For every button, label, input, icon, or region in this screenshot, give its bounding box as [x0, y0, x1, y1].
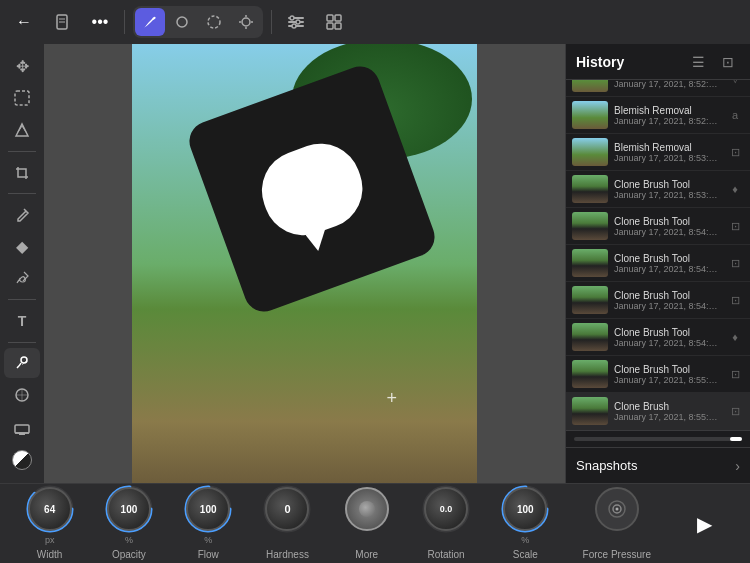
- history-item[interactable]: Clone Brush ToolJanuary 17, 2021, 8:54:1…: [566, 208, 750, 245]
- width-unit: px: [45, 535, 55, 545]
- width-control[interactable]: 64 px Width: [28, 487, 72, 560]
- history-item-date: January 17, 2021, 8:52:58...: [614, 80, 720, 89]
- progress-fill: [730, 437, 742, 441]
- tool-separator3: [8, 299, 36, 300]
- history-item[interactable]: Clone Brush ToolJanuary 17, 2021, 8:54:2…: [566, 245, 750, 282]
- history-item-date: January 17, 2021, 8:54:24...: [614, 264, 720, 274]
- history-item-info: Clone Brush ToolJanuary 17, 2021, 8:54:1…: [614, 216, 720, 237]
- history-item-date: January 17, 2021, 8:52:59...: [614, 116, 720, 126]
- history-item-info: Clone Brush ToolJanuary 17, 2021, 8:55:2…: [614, 364, 720, 385]
- history-item-info: Clone Brush ToolJanuary 17, 2021, 8:54:3…: [614, 327, 720, 348]
- force-unit: [616, 535, 619, 545]
- history-thumbnail: [572, 175, 608, 203]
- hardness-control[interactable]: 0 Hardness: [265, 487, 309, 560]
- history-item-icon: a: [726, 106, 744, 124]
- play-button[interactable]: ▶: [686, 506, 722, 542]
- clone-button[interactable]: [231, 8, 261, 36]
- history-item-icon: ⊡: [726, 143, 744, 161]
- svg-rect-18: [335, 15, 341, 21]
- tool-separator2: [8, 193, 36, 194]
- history-item[interactable]: Blemish RemovalJanuary 17, 2021, 8:52:59…: [566, 97, 750, 134]
- history-item-name: Blemish Removal: [614, 105, 720, 116]
- flow-knob[interactable]: 100: [186, 487, 230, 531]
- history-item[interactable]: Clone Brush ToolJanuary 17, 2021, 8:53:1…: [566, 171, 750, 208]
- snapshots-section[interactable]: Snapshots ›: [566, 447, 750, 483]
- clone-stamp-tool[interactable]: [4, 348, 40, 378]
- rotation-knob[interactable]: 0.0: [424, 487, 468, 531]
- type-tool[interactable]: T: [4, 306, 40, 336]
- paint-tool[interactable]: ◆: [4, 232, 40, 262]
- history-item-date: January 17, 2021, 8:54:27...: [614, 301, 720, 311]
- fill-tool[interactable]: [4, 264, 40, 294]
- history-item-info: Clone Brush ToolJanuary 17, 2021, 8:54:2…: [614, 253, 720, 274]
- history-list-icon[interactable]: ☰: [686, 50, 710, 74]
- more-knob[interactable]: [345, 487, 389, 531]
- adjustments-button[interactable]: [280, 6, 312, 38]
- history-item-date: January 17, 2021, 8:55:26...: [614, 412, 720, 422]
- svg-point-5: [208, 16, 220, 28]
- scale-label: Scale: [513, 549, 538, 560]
- scale-control[interactable]: 100 % Scale: [503, 487, 547, 560]
- force-pressure-button[interactable]: [595, 487, 639, 531]
- history-item-icon: ⊡: [726, 217, 744, 235]
- scale-unit: %: [521, 535, 529, 545]
- flow-control[interactable]: 100 % Flow: [186, 487, 230, 560]
- history-item[interactable]: Blemish RemovalJanuary 17, 2021, 8:52:58…: [566, 80, 750, 97]
- history-list: Blemish RemovalJanuary 17, 2021, 8:52:57…: [566, 80, 750, 430]
- force-pressure-control[interactable]: Force Pressure: [583, 487, 651, 560]
- settings-tool[interactable]: [4, 414, 40, 444]
- more-button[interactable]: •••: [84, 6, 116, 38]
- canvas-image: +: [132, 44, 477, 483]
- svg-rect-20: [335, 23, 341, 29]
- crop-tool[interactable]: [4, 158, 40, 188]
- svg-rect-21: [15, 91, 29, 105]
- more-control[interactable]: More: [345, 487, 389, 560]
- rotation-control[interactable]: 0.0 Rotation: [424, 487, 468, 560]
- flow-label: Flow: [198, 549, 219, 560]
- history-title: History: [576, 54, 680, 70]
- canvas-area[interactable]: +: [44, 44, 565, 483]
- rotation-label: Rotation: [427, 549, 464, 560]
- top-toolbar: ← •••: [0, 0, 750, 44]
- opacity-knob[interactable]: 100: [107, 487, 151, 531]
- history-item-icon: ⊡: [726, 402, 744, 420]
- color-swatch-tool[interactable]: [4, 445, 40, 475]
- history-item-date: January 17, 2021, 8:55:21 AM: [614, 375, 720, 385]
- history-item-icon: ♦: [726, 328, 744, 346]
- history-item[interactable]: Clone BrushJanuary 17, 2021, 8:55:26...⊡: [566, 393, 750, 430]
- crosshair: +: [386, 388, 397, 409]
- history-item[interactable]: Clone Brush ToolJanuary 17, 2021, 8:54:2…: [566, 282, 750, 319]
- svg-rect-19: [327, 23, 333, 29]
- history-item-info: Clone Brush ToolJanuary 17, 2021, 8:54:2…: [614, 290, 720, 311]
- svg-rect-17: [327, 15, 333, 21]
- actions-button[interactable]: [318, 6, 350, 38]
- history-item-info: Clone Brush ToolJanuary 17, 2021, 8:53:1…: [614, 179, 720, 200]
- smudge-button[interactable]: [167, 8, 197, 36]
- history-item-icon: ⊡: [726, 254, 744, 272]
- file-button[interactable]: [46, 6, 78, 38]
- svg-point-15: [296, 20, 300, 24]
- flow-unit: %: [204, 535, 212, 545]
- history-panel: History ☰ ⊡ Blemish RemovalJanuary 17, 2…: [565, 44, 750, 483]
- left-panel: ✥ ◆: [0, 44, 44, 483]
- history-item[interactable]: Blemish RemovalJanuary 17, 2021, 8:53:01…: [566, 134, 750, 171]
- history-camera-icon[interactable]: ⊡: [716, 50, 740, 74]
- color-picker-tool[interactable]: [4, 380, 40, 410]
- brush-mode-button[interactable]: [135, 8, 165, 36]
- opacity-control[interactable]: 100 % Opacity: [107, 487, 151, 560]
- scale-knob[interactable]: 100: [503, 487, 547, 531]
- width-knob[interactable]: 64: [28, 487, 72, 531]
- eyedropper-tool[interactable]: [4, 200, 40, 230]
- move-tool[interactable]: ✥: [4, 52, 40, 82]
- svg-point-16: [292, 24, 296, 28]
- erase-button[interactable]: [199, 8, 229, 36]
- history-item[interactable]: Clone Brush ToolJanuary 17, 2021, 8:54:3…: [566, 319, 750, 356]
- history-item-name: Clone Brush Tool: [614, 216, 720, 227]
- history-item-info: Blemish RemovalJanuary 17, 2021, 8:53:01…: [614, 142, 720, 163]
- transform-tool[interactable]: [4, 115, 40, 145]
- back-button[interactable]: ←: [8, 6, 40, 38]
- select-tool[interactable]: [4, 84, 40, 114]
- hardness-unit: [286, 535, 289, 545]
- history-item[interactable]: Clone Brush ToolJanuary 17, 2021, 8:55:2…: [566, 356, 750, 393]
- history-thumbnail: [572, 80, 608, 92]
